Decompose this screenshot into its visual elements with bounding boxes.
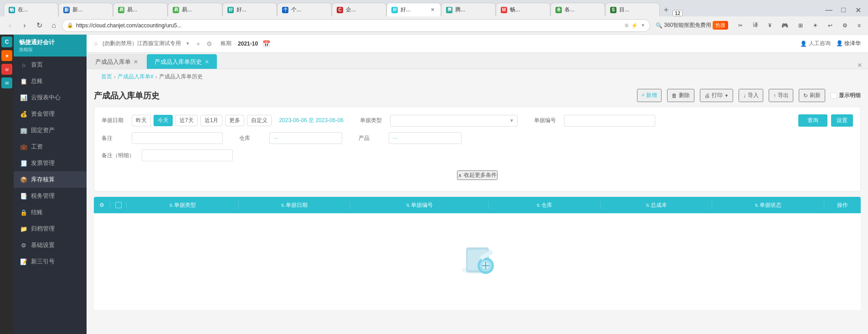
- add-button[interactable]: + 新增: [637, 89, 662, 102]
- browser-tab-11[interactable]: 各 各...: [550, 3, 605, 16]
- browser-tab-1[interactable]: 畅 在...: [4, 3, 58, 16]
- game-button[interactable]: 🎮: [778, 19, 792, 32]
- th-date-label: 单据日期: [286, 201, 308, 209]
- product-select[interactable]: ···: [389, 132, 462, 144]
- browser-tab-9[interactable]: 腾 腾...: [441, 3, 496, 16]
- search-panel: 单据日期 昨天 今天 近7天 近1月 更多 自定义 2023-06-06 至 2…: [94, 107, 861, 191]
- page-tab-history-close[interactable]: ✕: [205, 59, 209, 65]
- browser-tab-8[interactable]: 好 好... ✕: [386, 3, 441, 16]
- page-tab-history[interactable]: 产成品入库单历史 ✕: [147, 54, 217, 69]
- th-date[interactable]: ⇅ 单据日期: [239, 201, 351, 209]
- close-button[interactable]: ✕: [852, 4, 864, 16]
- gear-settings-icon[interactable]: ⚙: [206, 40, 212, 47]
- th-check[interactable]: [110, 202, 127, 208]
- sidebar-item-closing[interactable]: 🔒 结账: [14, 204, 87, 221]
- browser-tab-4[interactable]: 易 易...: [168, 3, 222, 16]
- remark-input[interactable]: [132, 132, 223, 144]
- export-button[interactable]: ↑ 导出: [769, 89, 793, 102]
- minimize-button[interactable]: —: [822, 4, 835, 16]
- calendar-icon[interactable]: 📅: [262, 40, 270, 47]
- th-status[interactable]: ⇅ 单据状态: [712, 201, 824, 209]
- refresh-button[interactable]: ↻ 刷新: [799, 89, 825, 102]
- tab-close-8[interactable]: ✕: [429, 6, 436, 14]
- type-select[interactable]: [390, 115, 518, 127]
- search-tools-button[interactable]: 🔍 360智能抠图免费用 热搜: [652, 19, 732, 32]
- sidebar-item-inventory[interactable]: 📦 库存核算: [14, 171, 87, 188]
- history-button[interactable]: ↩: [824, 19, 836, 32]
- query-button[interactable]: 查询: [798, 114, 827, 127]
- user-service-button[interactable]: 👤 人工咨询: [800, 40, 831, 47]
- settings-btn[interactable]: 设置: [831, 114, 853, 127]
- sidebar-item-payroll[interactable]: 💼 工资: [14, 139, 87, 155]
- browser-tab-3[interactable]: 易 易...: [113, 3, 168, 16]
- date-btn-yesterday[interactable]: 昨天: [132, 115, 151, 126]
- sidebar-item-reports[interactable]: 📊 云报表中心: [14, 89, 87, 106]
- translate-button[interactable]: 译: [749, 19, 762, 32]
- sidebar-item-archive[interactable]: 📁 归档管理: [14, 221, 87, 237]
- th-warehouse[interactable]: ⇅ 仓库: [488, 201, 601, 209]
- sidebar-item-assets[interactable]: 🏢 固定资产: [14, 122, 87, 139]
- collapse-button[interactable]: ∧ 收起更多条件: [457, 170, 498, 180]
- forward-button[interactable]: ›: [18, 19, 31, 32]
- breadcrumb-home[interactable]: 首页: [101, 73, 112, 81]
- sidebar-item-invoice[interactable]: 🧾 发票管理: [14, 155, 87, 171]
- tab-favicon-1: 畅: [9, 7, 15, 13]
- select-all-checkbox[interactable]: [115, 202, 122, 208]
- sidebar-item-home[interactable]: ⌂ 首页: [14, 57, 87, 73]
- service-icon: 👤: [800, 41, 807, 47]
- company-dropdown-icon[interactable]: ▼: [185, 41, 190, 46]
- display-button[interactable]: ☀: [809, 19, 822, 32]
- company-name: (勿删勿禁用）江西腺宝测试专用: [103, 40, 181, 47]
- browser-tab-5[interactable]: 好 好...: [222, 3, 277, 16]
- home-button[interactable]: ⌂: [47, 19, 60, 32]
- display-toggle[interactable]: 显示明细: [831, 92, 861, 99]
- sidebar-item-ledger[interactable]: 📋 总账: [14, 73, 87, 89]
- detail-remark-input[interactable]: [142, 149, 233, 161]
- sidebar-item-settings[interactable]: ⚙ 基础设置: [14, 237, 87, 253]
- th-cost[interactable]: ⇅ 总成本: [601, 201, 713, 209]
- th-no[interactable]: ⇅ 单据编号: [350, 201, 488, 209]
- browser-tab-7[interactable]: C 企...: [332, 3, 386, 16]
- more-menu-button[interactable]: ≡: [854, 19, 864, 32]
- breadcrumb-list[interactable]: 产成品入库单#: [118, 73, 154, 81]
- panel-close-icon[interactable]: ✕: [857, 62, 863, 69]
- sidebar-item-finance[interactable]: 💰 资金管理: [14, 106, 87, 122]
- page-tab-list[interactable]: 产成品入库单 ✕: [87, 54, 146, 69]
- reload-button[interactable]: ↻: [33, 19, 46, 32]
- page-tab-list-close[interactable]: ✕: [134, 59, 138, 65]
- sidebar-item-tax[interactable]: 📑 税务管理: [14, 188, 87, 204]
- restore-button[interactable]: □: [837, 4, 850, 16]
- sidebar-item-voucher[interactable]: 📝 新三引号: [14, 253, 87, 270]
- address-bar[interactable]: 🔒 https://cloud.chanjet.com/accounting/u…: [62, 19, 650, 32]
- scissor-button[interactable]: ✂: [734, 19, 746, 32]
- browser-tab-6[interactable]: 个 个...: [277, 3, 332, 16]
- th-type[interactable]: ⇅ 单据类型: [127, 201, 239, 209]
- th-gear[interactable]: ⚙: [94, 202, 110, 208]
- new-tab-button[interactable]: +: [660, 4, 673, 16]
- yuan-button[interactable]: ¥: [765, 19, 775, 32]
- app-icon-mail[interactable]: ✉: [1, 77, 12, 88]
- warehouse-select[interactable]: ···: [269, 132, 342, 144]
- browser-tab-2[interactable]: 新 新...: [58, 3, 113, 16]
- date-btn-today[interactable]: 今天: [154, 115, 173, 126]
- delete-button[interactable]: 🗑 删除: [667, 89, 694, 102]
- add-company-button[interactable]: +: [196, 40, 200, 47]
- no-input[interactable]: [564, 115, 655, 127]
- date-btn-custom[interactable]: 自定义: [247, 115, 272, 126]
- grid-view-button[interactable]: ⊞: [795, 19, 806, 32]
- app-icon-orange[interactable]: ★: [1, 50, 12, 61]
- th-warehouse-label: 仓库: [541, 201, 552, 209]
- tab-count-badge[interactable]: 12: [673, 10, 683, 16]
- print-button[interactable]: 🖨 打印 ▼: [700, 89, 733, 102]
- display-checkbox[interactable]: [831, 92, 837, 99]
- browser-tab-12[interactable]: S 目...: [605, 3, 660, 16]
- settings-button[interactable]: ⚙: [839, 19, 851, 32]
- date-btn-1month[interactable]: 近1月: [200, 115, 223, 126]
- browser-tab-10[interactable]: M 畅...: [496, 3, 550, 16]
- back-button[interactable]: ‹: [4, 19, 16, 32]
- app-icon-chanjet[interactable]: C: [1, 36, 12, 47]
- import-button[interactable]: ↓ 导入: [739, 89, 763, 102]
- date-btn-7days[interactable]: 近7天: [175, 115, 198, 126]
- app-icon-weibo[interactable]: w: [1, 64, 12, 75]
- date-btn-more[interactable]: 更多: [225, 115, 244, 126]
